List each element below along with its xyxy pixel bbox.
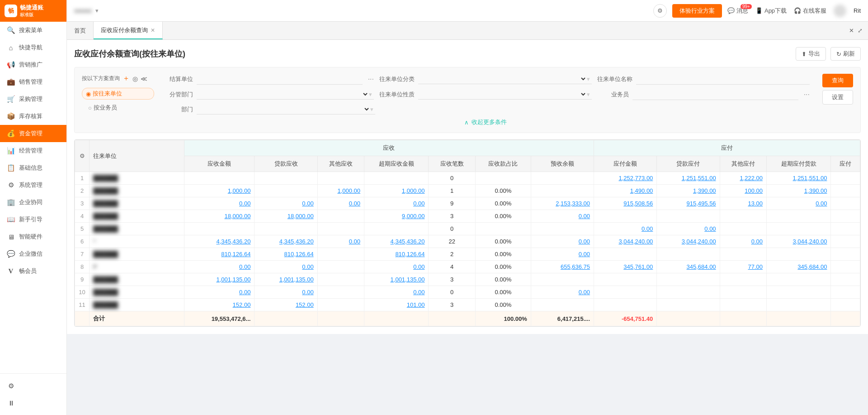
sidebar-item-operation[interactable]: 📊 经营管理 (0, 142, 66, 159)
cell-ar_count[interactable]: 3 (429, 299, 475, 311)
cell-ar_other[interactable]: 1,000.00 (317, 185, 364, 197)
cell-ap_overdue[interactable]: 1,390.00 (767, 185, 831, 197)
user-avatar[interactable] (834, 5, 846, 17)
sidebar-item-search-menu[interactable]: 🔍 搜索菜单 (0, 22, 66, 39)
cell-ar_overdue[interactable]: 1,001,135.00 (364, 273, 429, 286)
sidebar-item-guide[interactable]: 📖 新手引导 (0, 211, 66, 228)
cell-ar_ratio[interactable]: 0.00% (475, 286, 531, 299)
cell-ap_amount[interactable]: 1,252,773.00 (594, 172, 657, 185)
cell-ap_amount[interactable]: 345,761.00 (594, 261, 657, 273)
sidebar-item-hardware[interactable]: 🖥 智能硬件 (0, 228, 66, 245)
cell-ap_overdue[interactable]: 3,044,240.00 (767, 235, 831, 248)
cell-ar_other[interactable]: 0.00 (317, 235, 364, 248)
cell-ar_loan[interactable]: 0.00 (255, 197, 317, 210)
tab-ar-ap[interactable]: 应收应付余额查询 ✕ (94, 22, 163, 39)
partner-name-input[interactable] (636, 74, 810, 85)
cell-ar_count[interactable]: 2 (429, 248, 475, 261)
cell-ar_ratio[interactable]: 0.00% (475, 185, 531, 197)
tab-close-all-icon[interactable]: ✕ (849, 27, 854, 34)
partner-nature-select[interactable] (420, 91, 587, 98)
cell-ar_overdue[interactable]: 9,000.00 (364, 210, 429, 223)
cell-ar_amount[interactable]: 1,000.00 (184, 185, 255, 197)
query-button[interactable]: 查询 (822, 74, 853, 87)
cell-ap_loan[interactable]: 1,251,551.00 (657, 172, 720, 185)
cell-ar_prepay[interactable]: 0.00 (531, 235, 594, 248)
cell-ar_overdue[interactable]: 810,126.64 (364, 248, 429, 261)
cell-ap_other[interactable]: 100.00 (720, 185, 766, 197)
cell-ar_count[interactable]: 3 (429, 210, 475, 223)
arrow-left-icon[interactable]: ≪ (141, 75, 147, 82)
sidebar-item-inventory[interactable]: 📦 库存核算 (0, 108, 66, 125)
cell-ar_loan[interactable]: 0.00 (255, 286, 317, 299)
cell-ar_count[interactable]: 0 (429, 286, 475, 299)
cell-ar_amount[interactable]: 1,001,135.00 (184, 273, 255, 286)
topbar-settings-button[interactable]: ⚙ (653, 4, 667, 18)
cell-ar_count[interactable]: 3 (429, 273, 475, 286)
cell-ar_amount[interactable]: 810,126.64 (184, 248, 255, 261)
footer-ar-prepay[interactable]: 6,417,215.... (531, 311, 594, 326)
cell-ar_prepay[interactable]: 655,636.75 (531, 261, 594, 273)
cell-ar_ratio[interactable]: 0.00% (475, 197, 531, 210)
sidebar-item-sales[interactable]: 💼 销售管理 (0, 73, 66, 91)
cell-ar_amount[interactable]: 18,000.00 (184, 210, 255, 223)
export-button[interactable]: ⬆ 导出 (796, 47, 826, 61)
cell-ar_count[interactable]: 22 (429, 235, 475, 248)
sidebar-item-purchase[interactable]: 🛒 采购管理 (0, 91, 66, 108)
online-service-button[interactable]: 🎧 在线客服 (794, 7, 826, 15)
settlement-unit-dots[interactable]: ··· (368, 75, 374, 83)
cell-ap_other[interactable]: 0.00 (720, 235, 766, 248)
cell-ar_ratio[interactable]: 0.00% (475, 273, 531, 286)
cell-ar_overdue[interactable]: 0.00 (364, 197, 429, 210)
dept-manager-select[interactable] (198, 91, 369, 98)
cell-ar_loan[interactable]: 810,126.64 (255, 248, 317, 261)
cell-ap_amount[interactable]: 0.00 (594, 223, 657, 235)
sidebar-item-basic[interactable]: 📋 基础信息 (0, 159, 66, 176)
add-scheme-icon[interactable]: ＋ (123, 74, 130, 83)
cell-ar_overdue[interactable]: 0.00 (364, 286, 429, 299)
cell-ap_loan[interactable]: 1,390.00 (657, 185, 720, 197)
cell-ap_amount[interactable]: 3,044,240.00 (594, 235, 657, 248)
sidebar-settings-btn[interactable]: ⚙ (0, 377, 66, 395)
sidebar-item-marketing[interactable]: 📢 营销推广 (0, 56, 66, 73)
cell-ap_other[interactable]: 77.00 (720, 261, 766, 273)
scheme-by-salesperson-btn[interactable]: ○ 按业务员 (82, 102, 154, 113)
cell-ar_ratio[interactable]: 0.00% (475, 235, 531, 248)
scheme-by-partner-btn[interactable]: ◉ 按往来单位 (82, 88, 154, 100)
sidebar-item-finance[interactable]: 💰 资金管理 (0, 125, 66, 142)
cell-ap_overdue[interactable]: 345,684.00 (767, 261, 831, 273)
target-icon[interactable]: ◎ (132, 75, 138, 82)
settings-button[interactable]: 设置 (822, 90, 853, 105)
sidebar-item-wechat[interactable]: 💬 企业微信 (0, 245, 66, 262)
cta-button[interactable]: 体验行业方案 (672, 4, 722, 18)
sidebar-item-system[interactable]: ⚙ 系统管理 (0, 176, 66, 194)
cell-ar_amount[interactable]: 152.00 (184, 299, 255, 311)
cell-ap_other[interactable]: 1,222.00 (720, 172, 766, 185)
cell-ar_amount[interactable]: 4,345,436.20 (184, 235, 255, 248)
cell-ap_loan[interactable]: 345,684.00 (657, 261, 720, 273)
cell-ar_overdue[interactable]: 4,345,436.20 (364, 235, 429, 248)
cell-ar_loan[interactable]: 1,001,135.00 (255, 273, 317, 286)
cell-ap_other[interactable]: 13.00 (720, 197, 766, 210)
cell-ar_count[interactable]: 1 (429, 185, 475, 197)
cell-ar_loan[interactable]: 152.00 (255, 299, 317, 311)
cell-ar_ratio[interactable]: 0.00% (475, 299, 531, 311)
cell-ar_prepay[interactable]: 0.00 (531, 286, 594, 299)
cell-ar_count[interactable]: 0 (429, 172, 475, 185)
messages-button[interactable]: 💬 消息 99+ (727, 7, 748, 15)
cell-ap_loan[interactable]: 0.00 (657, 223, 720, 235)
cell-ar_amount[interactable]: 0.00 (184, 197, 255, 210)
tab-home[interactable]: 首页 (67, 22, 94, 39)
cell-ar_loan[interactable]: 4,345,436.20 (255, 235, 317, 248)
settlement-unit-input[interactable] (197, 74, 363, 85)
cell-ar_overdue[interactable]: 101.00 (364, 299, 429, 311)
partner-category-select[interactable] (420, 75, 587, 83)
cell-ar_amount[interactable]: 0.00 (184, 286, 255, 299)
refresh-button[interactable]: ↻ 刷新 (830, 47, 861, 61)
table-settings-icon[interactable]: ⚙ (75, 140, 90, 172)
salesperson-input[interactable] (632, 89, 798, 100)
sidebar-item-member[interactable]: V 畅会员 (0, 262, 66, 280)
cell-ar_prepay[interactable]: 0.00 (531, 210, 594, 223)
cell-ar_count[interactable]: 4 (429, 261, 475, 273)
cell-ar_other[interactable]: 0.00 (317, 197, 364, 210)
cell-ar_count[interactable]: 0 (429, 223, 475, 235)
